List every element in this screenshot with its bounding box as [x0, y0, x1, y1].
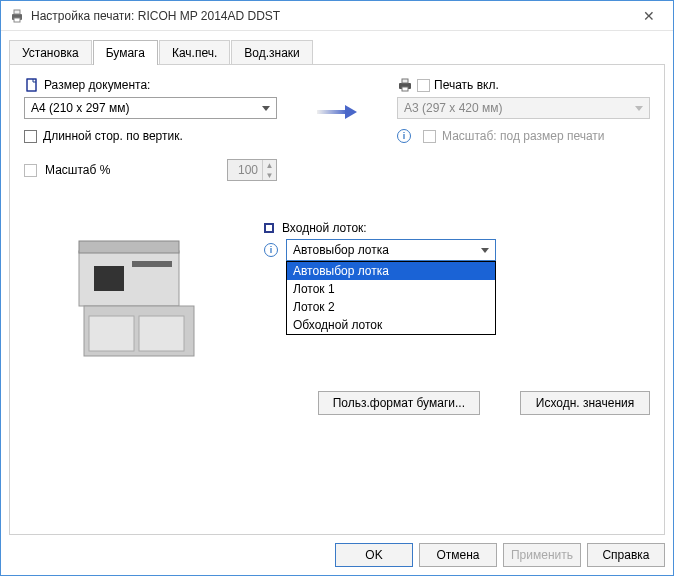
printer-small-icon [397, 77, 413, 93]
apply-button[interactable]: Применить [503, 543, 581, 567]
printer-preview [54, 221, 214, 381]
printer-icon [9, 8, 25, 24]
titlebar: Настройка печати: RICOH MP 2014AD DDST ✕ [1, 1, 673, 31]
tab-panel-paper: Размер документа: A4 (210 x 297 мм) Длин… [9, 64, 665, 535]
info-icon: i [264, 243, 278, 257]
tab-paper[interactable]: Бумага [93, 40, 158, 65]
chevron-down-icon [481, 248, 489, 253]
svg-rect-1 [14, 10, 20, 14]
tray-option[interactable]: Обходной лоток [287, 316, 495, 334]
svg-rect-6 [402, 79, 408, 83]
svg-rect-3 [27, 79, 36, 91]
svg-rect-9 [79, 241, 179, 253]
info-icon: i [397, 129, 411, 143]
svg-rect-2 [14, 18, 20, 22]
svg-rect-11 [89, 316, 134, 351]
tray-icon [264, 223, 274, 233]
cancel-button[interactable]: Отмена [419, 543, 497, 567]
close-button[interactable]: ✕ [633, 4, 665, 28]
tray-option[interactable]: Автовыбор лотка [287, 262, 495, 280]
arrow-icon [317, 107, 357, 117]
zoom-spinner[interactable]: 100 ▲▼ [227, 159, 277, 181]
custom-size-button[interactable]: Польз.формат бумаги... [318, 391, 480, 415]
print-on-value: A3 (297 x 420 мм) [404, 101, 503, 115]
tray-option[interactable]: Лоток 1 [287, 280, 495, 298]
tab-install[interactable]: Установка [9, 40, 92, 65]
long-edge-checkbox[interactable] [24, 130, 37, 143]
tab-watermarks[interactable]: Вод.знаки [231, 40, 313, 65]
spinner-arrows[interactable]: ▲▼ [262, 160, 276, 180]
long-edge-label: Длинной стор. по вертик. [43, 129, 183, 143]
tray-selected: Автовыбор лотка [293, 243, 389, 257]
ok-button[interactable]: OK [335, 543, 413, 567]
page-icon [24, 77, 40, 93]
tray-dropdown-list[interactable]: Автовыбор лотка Лоток 1 Лоток 2 Обходной… [286, 261, 496, 335]
svg-rect-7 [402, 87, 408, 91]
fit-to-label: Масштаб: под размер печати [442, 129, 605, 143]
print-on-select: A3 (297 x 420 мм) [397, 97, 650, 119]
tray-option[interactable]: Лоток 2 [287, 298, 495, 316]
window-title: Настройка печати: RICOH MP 2014AD DDST [31, 9, 633, 23]
svg-rect-14 [132, 261, 172, 267]
doc-size-label: Размер документа: [44, 78, 150, 92]
doc-size-select[interactable]: A4 (210 x 297 мм) [24, 97, 277, 119]
chevron-down-icon [262, 106, 270, 111]
zoom-label: Масштаб % [45, 163, 110, 177]
print-on-checkbox[interactable] [417, 79, 430, 92]
chevron-down-icon [635, 106, 643, 111]
tab-quality[interactable]: Кач.печ. [159, 40, 230, 65]
dialog-window: Настройка печати: RICOH MP 2014AD DDST ✕… [0, 0, 674, 576]
doc-size-value: A4 (210 x 297 мм) [31, 101, 130, 115]
help-button[interactable]: Справка [587, 543, 665, 567]
zoom-value: 100 [228, 163, 262, 177]
zoom-checkbox[interactable] [24, 164, 37, 177]
fit-to-checkbox [423, 130, 436, 143]
svg-rect-12 [139, 316, 184, 351]
dialog-buttons: OK Отмена Применить Справка [1, 535, 673, 575]
tabs: Установка Бумага Кач.печ. Вод.знаки [1, 31, 673, 64]
tray-label: Входной лоток: [282, 221, 367, 235]
print-on-label: Печать вкл. [434, 78, 499, 92]
tray-dropdown[interactable]: Автовыбор лотка Автовыбор лотка Лоток 1 … [286, 239, 496, 261]
svg-rect-13 [94, 266, 124, 291]
defaults-button[interactable]: Исходн. значения [520, 391, 650, 415]
